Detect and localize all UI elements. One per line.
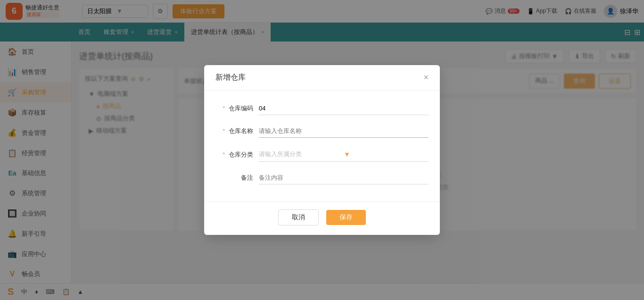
modal-title: 新增仓库: [215, 73, 246, 83]
modal-header: 新增仓库 ×: [204, 65, 440, 91]
category-dropdown-icon: ▼: [344, 150, 429, 158]
modal-body: * 仓库编码 * 仓库名称 * 仓库分类 请输入所属: [204, 91, 440, 201]
modal-footer: 取消 保存: [204, 201, 440, 235]
remark-input[interactable]: [259, 171, 429, 184]
required-star-3: *: [223, 151, 225, 158]
warehouse-category-select[interactable]: 请输入所属分类 ▼: [259, 147, 429, 162]
modal-close-icon[interactable]: ×: [423, 73, 429, 83]
add-warehouse-modal: 新增仓库 × * 仓库编码 * 仓库名称: [204, 65, 440, 235]
warehouse-category-label: * 仓库分类: [215, 150, 253, 159]
cancel-button[interactable]: 取消: [278, 209, 319, 225]
warehouse-code-input[interactable]: [259, 102, 429, 115]
save-button[interactable]: 保存: [326, 210, 366, 225]
required-star-2: *: [223, 127, 225, 134]
modal-overlay: 新增仓库 × * 仓库编码 * 仓库名称: [0, 0, 644, 300]
warehouse-name-input[interactable]: [259, 125, 429, 138]
form-row-name: * 仓库名称: [215, 125, 429, 138]
warehouse-name-label: * 仓库名称: [215, 127, 253, 135]
form-row-code: * 仓库编码: [215, 102, 429, 115]
form-row-remark: 备注: [215, 171, 429, 184]
form-row-category: * 仓库分类 请输入所属分类 ▼: [215, 147, 429, 162]
warehouse-code-label: * 仓库编码: [215, 104, 253, 113]
required-star: *: [223, 105, 225, 112]
warehouse-category-placeholder: 请输入所属分类: [259, 150, 344, 158]
remark-label: 备注: [215, 174, 253, 182]
